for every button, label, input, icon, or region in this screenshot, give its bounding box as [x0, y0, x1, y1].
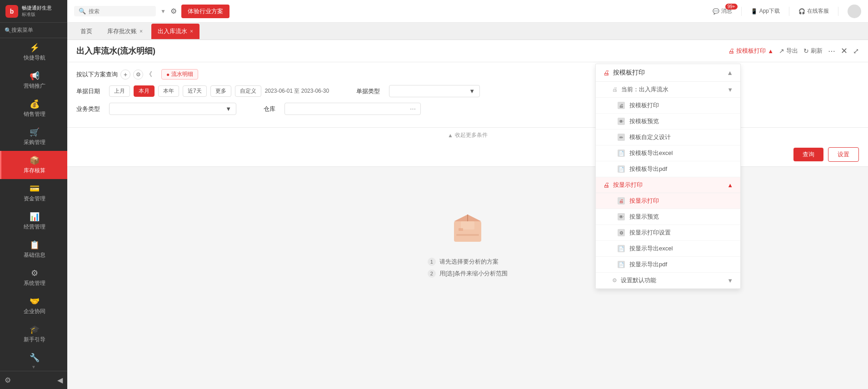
query-button[interactable]: 查询: [793, 148, 823, 161]
basic-icon: 📋: [30, 240, 40, 250]
dropdown-section-display[interactable]: 🖨 按显示打印 ▲: [596, 177, 740, 193]
topbar-divider-3: [838, 7, 838, 16]
topbar: 🔍 ▼ ⚙ 体验行业方案 💬 消息 99+ 📱 App下载 🎧 在线客服: [67, 0, 868, 23]
collab-icon: 🤝: [30, 296, 40, 306]
user-avatar[interactable]: [848, 5, 861, 18]
quick-nav-icon: ⚡: [30, 43, 40, 53]
close-btn[interactable]: ✕: [841, 46, 848, 56]
sidebar-item-guide[interactable]: 🎓 新手引导: [0, 320, 67, 348]
dropdown-item-display-print[interactable]: 🖨 按显示打印: [596, 193, 740, 209]
settings-button[interactable]: 设置: [828, 147, 859, 162]
print-icon: 🖨: [728, 47, 734, 55]
guide-icon: 🎓: [30, 324, 40, 334]
sidebar-item-label: 资金管理: [24, 195, 45, 203]
collapse-more-btn[interactable]: ▲ 收起更多条件: [448, 131, 488, 139]
tab-home[interactable]: 首页: [74, 24, 99, 39]
app-download-item[interactable]: 📱 App下载: [751, 7, 780, 15]
app-name: 畅捷通好生意: [22, 5, 52, 11]
sidebar-item-basic[interactable]: 📋 基础信息: [0, 235, 67, 264]
empty-state: 1 请先选择要分析的方案 2 用[选]条件来缩小分析范围: [67, 167, 868, 314]
sidebar-item-collab[interactable]: 🤝 企业协同: [0, 292, 67, 320]
tab-inout-close[interactable]: ×: [190, 28, 193, 35]
appstore-icon: 🔧: [30, 353, 40, 363]
more-options-btn[interactable]: ⋯: [828, 47, 835, 55]
sidebar-item-appstore[interactable]: 🔧 应用中心: [0, 348, 67, 363]
dropdown-header-print-template[interactable]: 🖨 按模板打印 ▲: [596, 64, 740, 82]
page-actions: 🖨 按模板打印 ▲ ↗ 导出 ↻ 刷新 ⋯ ✕ ⤢: [728, 46, 859, 56]
filter-add-group: 按以下方案查询 + ⚙ 《: [76, 70, 152, 80]
dropdown-item-print[interactable]: 🖨 按模板打印: [596, 98, 740, 114]
topbar-dropdown-arrow[interactable]: ▼: [160, 8, 166, 15]
sidebar-settings-btn[interactable]: ⚙: [5, 376, 11, 384]
topbar-search-input[interactable]: [89, 8, 151, 15]
print-dropdown-arrow[interactable]: ▲: [768, 48, 773, 55]
collapse-row: ▲ 收起更多条件: [67, 128, 868, 143]
tab-bar: 首页 库存批次账 × 出入库流水 ×: [67, 23, 868, 40]
sidebar-item-sales[interactable]: 💰 销售管理: [0, 95, 67, 123]
dropdown-item-export-pdf-template[interactable]: 📄 按模板导出pdf: [596, 161, 740, 177]
dropdown-item-display-preview[interactable]: 👁 按显示预览: [596, 209, 740, 225]
dropdown-header-chevron: ▲: [727, 69, 733, 76]
add-filter-btn[interactable]: +: [120, 70, 130, 80]
date-btn-year[interactable]: 本年: [158, 85, 179, 97]
dropdown-item-design[interactable]: ✏ 模板自定义设计: [596, 130, 740, 145]
dropdown-item-display-pdf[interactable]: 📄 按显示导出pdf: [596, 257, 740, 273]
sidebar-item-system[interactable]: ⚙ 系统管理: [0, 264, 67, 292]
scroll-indicator: ▼: [0, 363, 67, 371]
filter-settings-btn[interactable]: ⚙: [133, 70, 143, 80]
expand-btn[interactable]: ⤢: [853, 47, 859, 55]
sidebar-item-finance[interactable]: 💳 资金管理: [0, 179, 67, 207]
dropdown-item-preview[interactable]: 👁 按模板预览: [596, 114, 740, 130]
sidebar-collapse-btn[interactable]: ◀: [57, 376, 63, 384]
date-btn-7days[interactable]: 近7天: [183, 85, 207, 97]
sidebar-item-purchase[interactable]: 🛒 采购管理: [0, 123, 67, 151]
date-label: 单据日期: [76, 87, 100, 95]
warehouse-more-icon: ⋯: [410, 105, 416, 112]
app-download-icon: 📱: [751, 8, 758, 15]
date-btn-prev-month[interactable]: 上月: [109, 85, 130, 97]
date-btn-current-month[interactable]: 本月: [134, 85, 155, 97]
page-content: 出入库流水(流水明细) 🖨 按模板打印 ▲ ↗ 导出 ↻ 刷新: [67, 40, 868, 389]
sidebar-item-inventory[interactable]: 📦 库存核算: [0, 151, 67, 179]
biz-label: 业务类型: [76, 105, 100, 113]
tab-inout[interactable]: 出入库流水 ×: [151, 24, 200, 39]
display-preview-icon: 👁: [618, 213, 625, 220]
tab-batch-close[interactable]: ×: [140, 28, 143, 35]
message-icon-item[interactable]: 💬 消息 99+: [713, 7, 732, 15]
topbar-gear-icon[interactable]: ⚙: [170, 7, 177, 15]
sidebar-item-label: 新手引导: [24, 336, 45, 344]
hint-num-1: 1: [428, 258, 436, 266]
date-btn-custom[interactable]: 自定义: [235, 85, 261, 97]
refresh-btn[interactable]: ↻ 刷新: [803, 47, 823, 55]
sidebar-item-quick-nav[interactable]: ⚡ 快捷导航: [0, 38, 67, 66]
sidebar-search[interactable]: 🔍 搜索菜单: [0, 23, 67, 38]
sidebar-item-label: 经营管理: [24, 223, 45, 231]
preview-item-icon: 👁: [618, 118, 625, 125]
industry-button[interactable]: 体验行业方案: [181, 5, 229, 18]
sidebar-item-marketing[interactable]: 📢 营销推广: [0, 66, 67, 95]
dropdown-item-display-excel[interactable]: 📄 按显示导出excel: [596, 241, 740, 257]
dropdown-footer-default[interactable]: ⚙ 设置默认功能 ▼: [596, 273, 740, 289]
main-area: 🔍 ▼ ⚙ 体验行业方案 💬 消息 99+ 📱 App下载 🎧 在线客服: [67, 0, 868, 389]
online-service-item[interactable]: 🎧 在线客服: [798, 7, 829, 15]
topbar-search-box[interactable]: 🔍: [74, 6, 156, 16]
warehouse-select[interactable]: ⋯: [284, 103, 421, 115]
filter-collapse-icon[interactable]: 《: [146, 70, 152, 79]
print-item-icon: 🖨: [618, 102, 625, 109]
topbar-divider-1: [741, 7, 742, 16]
print-template-btn[interactable]: 🖨 按模板打印 ▲: [728, 47, 773, 55]
sidebar-item-operation[interactable]: 📊 经营管理: [0, 207, 67, 235]
display-pdf-icon: 📄: [618, 261, 625, 268]
purchase-icon: 🛒: [30, 127, 40, 137]
type-select[interactable]: ▼: [389, 85, 480, 97]
export-btn[interactable]: ↗ 导出: [779, 47, 798, 55]
tab-batch[interactable]: 库存批次账 ×: [101, 24, 149, 39]
date-btn-more[interactable]: 更多: [210, 85, 231, 97]
dropdown-item-display-settings[interactable]: ⚙ 按显示打印设置: [596, 225, 740, 241]
filter-row-1: 按以下方案查询 + ⚙ 《 ● 流水明细: [76, 69, 859, 80]
dropdown-item-export-excel-template[interactable]: 📄 按模板导出excel: [596, 145, 740, 161]
type-select-arrow: ▼: [469, 88, 475, 95]
hint-item-1: 1 请先选择要分析的方案: [428, 258, 508, 266]
dropdown-current-label[interactable]: 🖨 当前：出入库流水 ▼: [596, 82, 740, 98]
biz-select[interactable]: ▼: [109, 103, 236, 115]
